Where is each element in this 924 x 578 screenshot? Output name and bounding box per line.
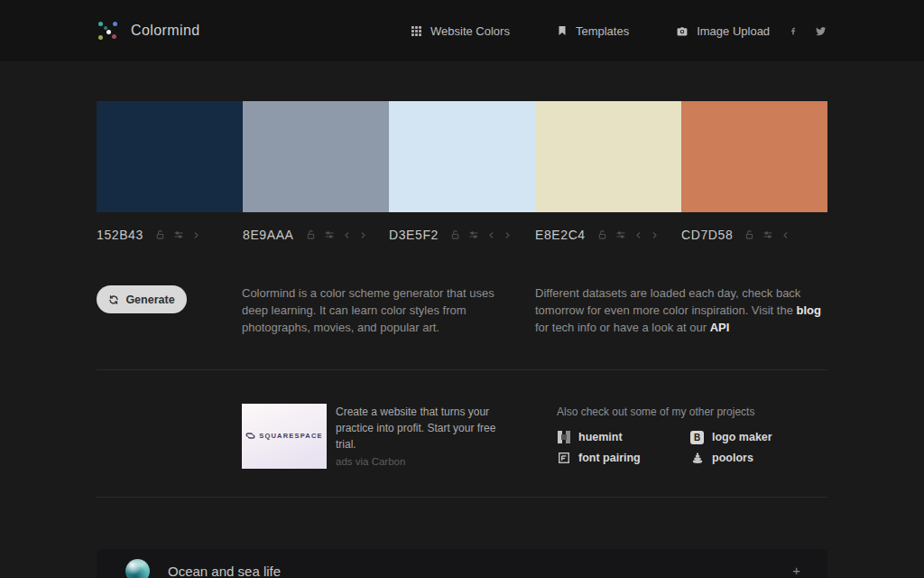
project-label: font pairing (578, 452, 641, 464)
lock-icon[interactable] (306, 229, 316, 240)
chevron-right-icon[interactable] (192, 230, 200, 240)
lock-icon[interactable] (155, 229, 165, 240)
swatch-4-controls: E8E2C4 (535, 226, 681, 244)
theme-card-ocean[interactable]: Ocean and sea life + (97, 549, 827, 578)
bookmark-icon (557, 24, 568, 37)
squarespace-icon (245, 431, 255, 441)
api-link[interactable]: API (710, 321, 730, 334)
intro-text: Colormind is a color scheme generator th… (242, 285, 507, 337)
brand-home-link[interactable]: Colormind (97, 0, 200, 61)
adjust-icon[interactable] (762, 229, 773, 240)
social-links (789, 0, 827, 61)
refresh-icon (108, 294, 119, 305)
expand-plus-button[interactable]: + (792, 563, 800, 578)
twitter-icon[interactable] (814, 25, 827, 37)
about-section: Generate Colormind is a color scheme gen… (97, 285, 827, 337)
nav-website-colors[interactable]: Website Colors (411, 24, 510, 38)
project-font-pairing[interactable]: font pairing (557, 452, 690, 465)
swatch-3-controls: D3E5F2 (389, 226, 535, 244)
chevron-left-icon[interactable] (343, 230, 351, 240)
grid-icon (411, 25, 422, 37)
nav-image-upload[interactable]: Image Upload (676, 24, 770, 38)
projects-heading: Also check out some of my other projects (557, 406, 827, 418)
swatch-2[interactable] (243, 101, 389, 212)
project-label: logo maker (712, 431, 772, 443)
adjust-icon[interactable] (615, 229, 626, 240)
sphere-icon (125, 559, 150, 578)
lock-icon[interactable] (450, 229, 460, 240)
swatch-5[interactable] (681, 101, 827, 212)
logo-maker-icon: B (690, 431, 704, 444)
generate-button-label: Generate (125, 294, 174, 306)
swatch-4-hex[interactable]: E8E2C4 (535, 228, 586, 242)
nav-templates[interactable]: Templates (557, 24, 629, 38)
nav-image-upload-label: Image Upload (697, 24, 770, 38)
swatch-1-controls: 152B43 (97, 226, 243, 244)
ad-copy-text[interactable]: Create a website that turns your practic… (336, 406, 495, 451)
swatch-2-hex[interactable]: 8E9AAA (243, 228, 294, 242)
chevron-left-icon[interactable] (781, 230, 790, 240)
swatch-3-hex[interactable]: D3E5F2 (389, 228, 439, 242)
camera-icon (676, 25, 688, 37)
blog-link[interactable]: blog (797, 303, 821, 317)
theme-card-title: Ocean and sea life (168, 564, 281, 578)
chevron-right-icon[interactable] (651, 230, 659, 240)
project-label: huemint (578, 431, 623, 443)
divider (97, 369, 827, 370)
swatch-labels-row: 152B43 8E9AAA D3E5F2 E8E2C4 (97, 226, 827, 244)
lock-icon[interactable] (744, 229, 754, 240)
generate-button[interactable]: Generate (97, 285, 187, 313)
chevron-right-icon[interactable] (359, 230, 367, 240)
facebook-icon[interactable] (789, 24, 798, 38)
datasets-text: Different datasets are loaded each day, … (535, 285, 833, 337)
squarespace-brand-text: SQUARESPACE (259, 432, 323, 440)
project-huemint[interactable]: huemint (557, 431, 690, 444)
poolors-icon (690, 452, 704, 465)
swatch-5-hex[interactable]: CD7D58 (681, 228, 733, 242)
swatch-2-controls: 8E9AAA (243, 226, 389, 244)
huemint-icon (557, 431, 570, 444)
brand-name: Colormind (131, 23, 200, 39)
divider (97, 497, 827, 498)
adjust-icon[interactable] (173, 229, 184, 240)
top-nav-bar: Colormind Website Colors Templates (0, 0, 924, 61)
squarespace-ad-image[interactable]: SQUARESPACE (242, 404, 327, 469)
chevron-left-icon[interactable] (634, 230, 642, 240)
chevron-right-icon[interactable] (504, 230, 512, 240)
ad-attribution-link[interactable]: ads via Carbon (336, 454, 516, 470)
datasets-text-middle: for tech info or have a look at our (535, 321, 710, 334)
nav-templates-label: Templates (576, 24, 629, 38)
font-pairing-icon (557, 452, 570, 465)
project-logo-maker[interactable]: B logo maker (690, 431, 824, 444)
adjust-icon[interactable] (468, 229, 479, 240)
adjust-icon[interactable] (324, 229, 335, 240)
swatch-3[interactable] (389, 101, 535, 212)
project-label: poolors (712, 452, 753, 464)
datasets-text-before: Different datasets are loaded each day, … (535, 286, 800, 317)
other-projects: Also check out some of my other projects… (557, 404, 827, 470)
project-poolors[interactable]: poolors (690, 452, 824, 465)
lock-icon[interactable] (597, 229, 607, 240)
nav-website-colors-label: Website Colors (430, 24, 510, 38)
colormind-logo-icon (97, 19, 120, 42)
color-palette (97, 101, 827, 212)
chevron-left-icon[interactable] (487, 230, 495, 240)
swatch-1-hex[interactable]: 152B43 (97, 228, 143, 242)
ad-copy-block: Create a website that turns your practic… (336, 404, 516, 470)
swatch-4[interactable] (535, 101, 681, 212)
swatch-1[interactable] (97, 101, 243, 212)
main-nav: Website Colors Templates Image Upload (411, 0, 770, 61)
swatch-5-controls: CD7D58 (681, 226, 827, 244)
ad-and-projects-section: SQUARESPACE Create a website that turns … (97, 404, 827, 470)
